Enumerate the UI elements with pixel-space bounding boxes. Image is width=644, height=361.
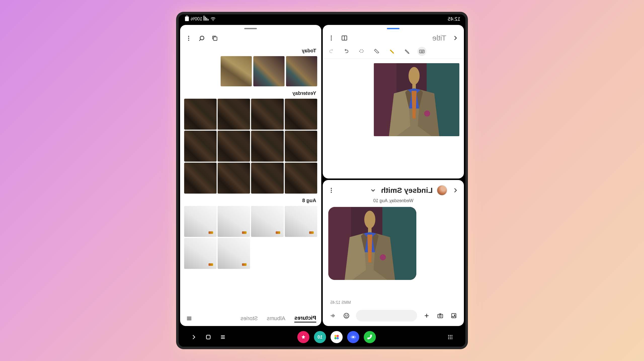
photo-thumb[interactable] bbox=[184, 238, 217, 269]
pen-tool[interactable] bbox=[402, 47, 411, 56]
search-icon[interactable] bbox=[198, 34, 206, 42]
camera-attach-icon[interactable] bbox=[436, 312, 444, 320]
note-title-input[interactable]: Title bbox=[353, 34, 446, 42]
photo-thumb[interactable] bbox=[285, 163, 317, 194]
svg-rect-37 bbox=[332, 315, 332, 317]
photo-thumb[interactable] bbox=[218, 238, 250, 269]
photo-thumb[interactable] bbox=[218, 131, 250, 162]
eraser-tool[interactable] bbox=[372, 47, 381, 56]
more-options-icon[interactable] bbox=[327, 34, 335, 42]
message-timestamp: MMS 12:45 bbox=[323, 298, 464, 307]
lasso-tool[interactable] bbox=[357, 47, 366, 56]
apps-grid-icon[interactable] bbox=[445, 332, 455, 342]
wifi-icon bbox=[210, 15, 216, 23]
photo-thumb[interactable] bbox=[251, 131, 284, 162]
battery-icon bbox=[184, 15, 190, 23]
expand-contact-icon[interactable] bbox=[369, 186, 377, 194]
photo-thumb[interactable] bbox=[221, 56, 252, 86]
back-button[interactable] bbox=[451, 34, 459, 42]
phone-app-icon[interactable] bbox=[364, 331, 376, 343]
svg-point-56 bbox=[448, 338, 449, 339]
more-options-icon[interactable] bbox=[185, 34, 193, 42]
calendar-app-icon[interactable]: 10 bbox=[314, 331, 326, 343]
svg-point-34 bbox=[345, 315, 346, 315]
svg-rect-67 bbox=[206, 335, 210, 339]
section-aug8: Aug 8 bbox=[184, 194, 317, 206]
collections-icon[interactable] bbox=[211, 34, 219, 42]
recents-button[interactable] bbox=[218, 332, 228, 342]
redo-button[interactable] bbox=[342, 47, 351, 56]
contact-avatar[interactable] bbox=[437, 185, 447, 196]
voice-message-icon[interactable] bbox=[329, 312, 337, 320]
photo-thumb[interactable] bbox=[251, 206, 284, 237]
keyboard-tool[interactable] bbox=[417, 47, 426, 56]
svg-point-7 bbox=[422, 51, 422, 51]
message-input[interactable] bbox=[356, 310, 417, 321]
section-yesterday: Yesterday bbox=[184, 86, 317, 99]
svg-point-54 bbox=[452, 338, 453, 339]
menu-icon[interactable] bbox=[185, 314, 193, 322]
contact-name[interactable]: Lindsey Smith bbox=[381, 186, 433, 195]
tab-stories[interactable]: Stories bbox=[240, 315, 258, 322]
photo-thumb[interactable] bbox=[251, 99, 284, 130]
photo-thumb[interactable] bbox=[218, 163, 250, 194]
svg-point-10 bbox=[359, 50, 363, 53]
photo-thumb[interactable] bbox=[253, 56, 285, 86]
svg-point-18 bbox=[331, 190, 332, 191]
photo-thumb[interactable] bbox=[285, 99, 317, 130]
multitasking-app-icon[interactable] bbox=[331, 331, 343, 343]
mms-image[interactable] bbox=[328, 207, 416, 280]
photo-thumb[interactable] bbox=[218, 99, 250, 130]
status-time: 12:45 bbox=[448, 16, 460, 22]
undo-button[interactable] bbox=[327, 47, 336, 56]
svg-point-51 bbox=[452, 337, 453, 338]
svg-point-60 bbox=[337, 335, 339, 337]
svg-point-48 bbox=[452, 335, 453, 336]
svg-rect-5 bbox=[419, 50, 424, 53]
gallery-app-icon[interactable] bbox=[297, 331, 309, 343]
photo-thumb[interactable] bbox=[184, 99, 217, 130]
reader-mode-icon[interactable] bbox=[340, 34, 348, 42]
add-attach-icon[interactable] bbox=[423, 312, 431, 320]
svg-point-6 bbox=[423, 51, 424, 51]
svg-point-3 bbox=[331, 38, 332, 39]
svg-point-19 bbox=[331, 192, 332, 193]
tab-pictures[interactable]: Pictures bbox=[294, 315, 316, 322]
svg-point-63 bbox=[334, 337, 337, 339]
svg-point-61 bbox=[334, 335, 337, 337]
svg-point-49 bbox=[450, 335, 451, 336]
svg-point-4 bbox=[331, 39, 332, 40]
emoji-icon[interactable] bbox=[342, 312, 350, 320]
photo-thumb[interactable] bbox=[184, 206, 217, 237]
back-button[interactable] bbox=[189, 332, 199, 342]
gallery-attach-icon[interactable] bbox=[450, 312, 458, 320]
tab-albums[interactable]: Albums bbox=[267, 315, 285, 322]
screen: 12:45 100% Title bbox=[179, 14, 465, 347]
photo-thumb[interactable] bbox=[218, 206, 250, 237]
photo-thumb[interactable] bbox=[285, 206, 317, 237]
drag-handle[interactable] bbox=[387, 28, 400, 29]
svg-point-43 bbox=[188, 38, 189, 39]
more-options-icon[interactable] bbox=[327, 186, 335, 194]
svg-point-44 bbox=[188, 40, 189, 41]
section-today: Today bbox=[184, 44, 317, 56]
svg-point-55 bbox=[450, 338, 451, 339]
battery-label: 100% bbox=[191, 16, 202, 22]
home-button[interactable] bbox=[203, 332, 213, 342]
svg-point-8 bbox=[421, 51, 421, 51]
photo-thumb[interactable] bbox=[184, 163, 217, 194]
drag-handle[interactable] bbox=[245, 28, 257, 29]
browser-app-icon[interactable] bbox=[347, 331, 359, 343]
photo-thumb[interactable] bbox=[286, 56, 317, 86]
inserted-image[interactable] bbox=[374, 63, 459, 136]
highlighter-tool[interactable] bbox=[387, 47, 396, 56]
photo-thumb[interactable] bbox=[285, 131, 317, 162]
photo-thumb[interactable] bbox=[251, 163, 284, 194]
photo-thumb[interactable] bbox=[184, 131, 217, 162]
svg-point-62 bbox=[337, 337, 339, 339]
svg-point-2 bbox=[331, 35, 332, 37]
svg-rect-36 bbox=[333, 314, 333, 317]
back-button[interactable] bbox=[451, 186, 459, 194]
svg-point-42 bbox=[188, 36, 189, 37]
svg-point-16 bbox=[424, 111, 430, 117]
